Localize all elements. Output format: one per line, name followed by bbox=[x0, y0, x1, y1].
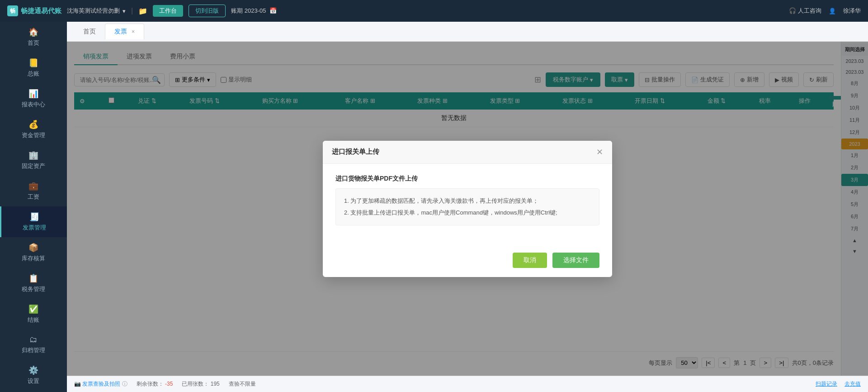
tab-bar: 首页 发票 × bbox=[67, 22, 868, 42]
reports-icon: 📊 bbox=[28, 89, 38, 99]
modal-info-box: 1. 为了更加稀疏的数据匹配，请先录入海关缴款书，再上传对应的报关单； 2. 支… bbox=[335, 188, 599, 225]
tab-invoice[interactable]: 发票 × bbox=[105, 24, 144, 39]
user-name: 徐泽华 bbox=[843, 7, 861, 15]
sidebar: 🏠 首页 📒 总账 📊 报表中心 💰 资金管理 🏢 固定资产 💼 工资 🧾 发票… bbox=[0, 22, 67, 392]
modal-overlay: 进口报关单上传 ✕ 进口货物报关单PDF文件上传 1. 为了更加稀疏的数据匹配，… bbox=[67, 42, 868, 376]
modal-instruction-2: 2. 支持批量上传进口报关单，mac用户使用Command键，windows用户… bbox=[344, 207, 591, 219]
modal-section-title: 进口货物报关单PDF文件上传 bbox=[335, 175, 599, 183]
assets-icon: 🏢 bbox=[28, 150, 38, 160]
sidebar-item-settings[interactable]: ⚙️ 设置 bbox=[0, 360, 67, 391]
salary-icon: 💼 bbox=[28, 181, 38, 191]
status-bar: 📷 发票查验及拍照 ⓘ 剩余张数： -35 已用张数： 195 查验不限量 扫题… bbox=[67, 376, 868, 392]
app-logo: 畅 畅捷通易代账 bbox=[7, 5, 61, 16]
inventory-icon: 📦 bbox=[28, 243, 38, 253]
period-label: 账期 2023-05 📅 bbox=[231, 7, 277, 15]
import-modal: 进口报关单上传 ✕ 进口货物报关单PDF文件上传 1. 为了更加稀疏的数据匹配，… bbox=[323, 141, 612, 277]
recharge-link[interactable]: 去充值 bbox=[844, 380, 861, 388]
sidebar-item-home[interactable]: 🏠 首页 bbox=[0, 22, 67, 53]
camera-icon: 📷 bbox=[74, 381, 81, 387]
sidebar-item-reports[interactable]: 📊 报表中心 bbox=[0, 83, 67, 114]
workspace-button[interactable]: 工作台 bbox=[153, 5, 183, 17]
modal-instruction-1: 1. 为了更加稀疏的数据匹配，请先录入海关缴款书，再上传对应的报关单； bbox=[344, 195, 591, 207]
modal-close-button[interactable]: ✕ bbox=[596, 147, 603, 157]
modal-title: 进口报关单上传 bbox=[332, 148, 379, 156]
invoice-check-label[interactable]: 📷 发票查验及拍照 ⓘ bbox=[74, 380, 127, 388]
chevron-down-icon: ▾ bbox=[123, 8, 126, 14]
sidebar-item-invoice[interactable]: 🧾 发票管理 bbox=[0, 206, 67, 237]
sidebar-item-finance[interactable]: 💰 资金管理 bbox=[0, 114, 67, 145]
settings-icon: ⚙️ bbox=[28, 365, 38, 375]
modal-body: 进口货物报关单PDF文件上传 1. 为了更加稀疏的数据匹配，请先录入海关缴款书，… bbox=[323, 164, 612, 245]
calendar-icon[interactable]: 📅 bbox=[269, 7, 277, 14]
invoice-icon: 🧾 bbox=[29, 212, 39, 222]
remaining-count: 剩余张数： -35 bbox=[137, 380, 173, 388]
headset-icon: 🎧 bbox=[789, 7, 796, 14]
sidebar-item-checkout[interactable]: ✅ 结账 bbox=[0, 299, 67, 330]
logo-icon: 畅 bbox=[7, 5, 18, 16]
modal-cancel-button[interactable]: 取消 bbox=[513, 253, 547, 268]
sidebar-item-salary[interactable]: 💼 工资 bbox=[0, 176, 67, 206]
switch-old-button[interactable]: 切到旧版 bbox=[189, 5, 226, 17]
tax-icon: 📋 bbox=[28, 273, 38, 283]
checkout-icon: ✅ bbox=[28, 304, 38, 314]
finance-icon: 💰 bbox=[28, 120, 38, 129]
main-layout: 🏠 首页 📒 总账 📊 报表中心 💰 资金管理 🏢 固定资产 💼 工资 🧾 发票… bbox=[0, 22, 868, 392]
status-bar-right: 扫题记录 去充值 bbox=[816, 380, 861, 388]
sidebar-item-tax[interactable]: 📋 税务管理 bbox=[0, 268, 67, 299]
support-link[interactable]: 🎧 人工咨询 bbox=[789, 7, 821, 15]
info-icon: ⓘ bbox=[122, 381, 127, 387]
ledger-icon: 📒 bbox=[28, 58, 38, 68]
tab-home[interactable]: 首页 bbox=[74, 24, 105, 39]
sidebar-item-archive[interactable]: 🗂 归档管理 bbox=[0, 330, 67, 360]
home-icon: 🏠 bbox=[28, 27, 38, 37]
archive-icon: 🗂 bbox=[29, 335, 38, 344]
check-unlimited: 查验不限量 bbox=[229, 380, 256, 388]
sidebar-item-assets[interactable]: 🏢 固定资产 bbox=[0, 145, 67, 176]
archive-icon: 📁 bbox=[138, 7, 147, 15]
sidebar-item-ledger[interactable]: 📒 总账 bbox=[0, 53, 67, 83]
top-bar: 畅 畅捷通易代账 沈海英测试经营勿删 ▾ | 📁 工作台 切到旧版 账期 202… bbox=[0, 0, 868, 22]
user-avatar: 👤 bbox=[829, 8, 836, 14]
modal-header: 进口报关单上传 ✕ bbox=[323, 141, 612, 164]
top-bar-right: 🎧 人工咨询 👤 徐泽华 bbox=[789, 7, 861, 15]
company-selector[interactable]: 沈海英测试经营勿删 ▾ bbox=[67, 7, 126, 15]
modal-footer: 取消 选择文件 bbox=[323, 245, 612, 277]
used-count: 已用张数： 195 bbox=[182, 380, 219, 388]
tab-close-invoice[interactable]: × bbox=[132, 29, 135, 35]
sidebar-item-inventory[interactable]: 📦 库存核算 bbox=[0, 237, 67, 268]
modal-select-file-button[interactable]: 选择文件 bbox=[552, 253, 599, 268]
scan-records-link[interactable]: 扫题记录 bbox=[816, 380, 837, 388]
